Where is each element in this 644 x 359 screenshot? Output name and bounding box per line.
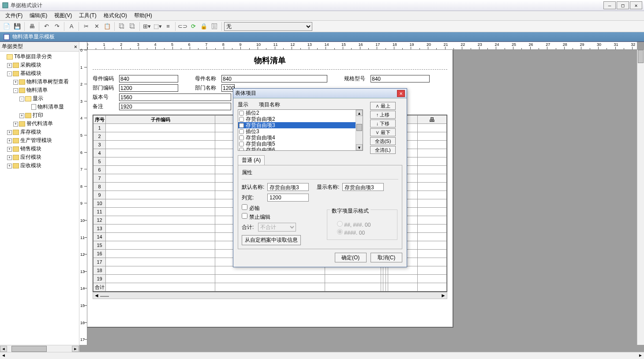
dialog-close-button[interactable]: × [397,90,405,97]
grid-cell[interactable] [106,183,215,191]
scroll-down-icon[interactable]: ▼ [356,144,363,150]
scroll-right-icon[interactable]: ► [637,352,644,359]
grid-cell[interactable] [388,266,417,275]
format-radio-1[interactable] [337,221,343,227]
grid-cell[interactable] [106,241,215,250]
menu-file[interactable]: 文件(F) [2,11,26,20]
grid-col-header[interactable]: 品 [417,116,446,124]
expand-icon[interactable]: + [7,63,12,68]
grid-row-header[interactable]: 6 [94,166,106,174]
grid-cell[interactable] [417,199,446,208]
clear-all-button[interactable]: 全清(L) [370,146,396,154]
grid-row-header[interactable]: 19 [94,275,106,283]
refresh-icon[interactable]: ⟳ [188,22,198,31]
grid-col-header[interactable]: 子件编码 [106,116,215,124]
expand-icon[interactable]: + [7,155,12,160]
display-name-input[interactable]: 存货自由项3 [342,183,384,191]
move-down-button[interactable]: ↓ 下移 [370,120,396,127]
grid-row-header[interactable]: 16 [94,250,106,258]
dialog-header[interactable]: 表体项目 × [233,89,407,98]
grid-cell[interactable] [417,157,446,166]
paste-icon[interactable]: 📋 [102,22,112,31]
grid-cell[interactable] [106,132,215,141]
grid-cell[interactable] [106,157,215,166]
grid-cell[interactable] [417,275,446,283]
tree-item[interactable]: +销售模块 [1,145,78,153]
scroll-thumb[interactable] [11,346,47,352]
grid-cell[interactable] [106,141,215,149]
maximize-button[interactable]: □ [617,1,629,9]
grid-cell[interactable] [417,224,446,233]
forbid-edit-checkbox[interactable] [242,213,247,219]
grid-row-header[interactable]: 4 [94,149,106,157]
list-item-checkbox[interactable] [239,129,244,134]
grid-cell[interactable] [417,191,446,199]
grid-cell[interactable] [106,258,215,266]
menu-format[interactable]: 格式化(O) [100,11,131,20]
grid-row-header[interactable]: 13 [94,224,106,233]
undo-icon[interactable]: ↶ [41,22,51,31]
list-item-checkbox[interactable] [239,148,244,151]
cancel-button[interactable]: 取消(C) [371,253,402,262]
scroll-thumb[interactable] [100,296,109,297]
minimize-button[interactable]: — [603,1,616,9]
expand-icon[interactable]: - [7,71,12,76]
grid-cell[interactable] [417,233,446,241]
grid-hscroll[interactable]: ◄ ► [93,292,447,299]
colwidth-input[interactable]: 1200 [267,194,309,202]
delete-icon[interactable]: ✕ [92,22,101,31]
grid-cell[interactable] [417,183,446,191]
grid-cell[interactable] [215,266,325,275]
listbox-vscroll[interactable]: ▲ ▼ [356,110,363,150]
grid-cell[interactable] [417,208,446,216]
field-母件编码[interactable]: 840 [119,75,178,82]
tree-item[interactable]: -基础模块 [1,69,78,78]
grid-row-header[interactable]: 10 [94,199,106,208]
grid-cell[interactable] [388,275,417,283]
read-from-archive-button[interactable]: 从自定档案中读取信息 [242,235,301,245]
list-item[interactable]: 存货自由项6 [238,147,356,150]
move-up-button[interactable]: ↑ 上移 [370,111,396,119]
grid-row-header[interactable]: 12 [94,216,106,224]
tree-item[interactable]: +应付模块 [1,153,78,161]
field-备注[interactable]: 1920 [119,103,231,110]
tree-item[interactable]: 物料清单显 [1,103,78,111]
field-部门编码[interactable]: 1200 [119,84,178,92]
grid-cell[interactable] [417,149,446,157]
move-top-button[interactable]: ∧ 最上 [370,102,396,110]
expand-icon[interactable]: + [7,138,12,143]
grid-cell[interactable] [106,250,215,258]
expand-icon[interactable]: + [7,147,12,152]
sidebar-close-icon[interactable]: × [74,44,77,50]
sidebar-hscroll[interactable]: ◄ ► [0,345,79,352]
new-icon[interactable]: 📄 [2,22,11,31]
scroll-right-icon[interactable]: ► [72,346,79,352]
expand-icon[interactable]: + [13,80,18,85]
expand-icon[interactable]: - [13,88,18,93]
grid-cell[interactable] [106,166,215,174]
layout-icon[interactable]: ⿲ [210,22,219,31]
list-item-checkbox[interactable] [239,135,244,140]
lock-icon[interactable]: 🔒 [199,22,209,31]
list-item-checkbox[interactable] [239,111,244,116]
grid-cell[interactable] [106,174,215,183]
grid-cell[interactable] [417,166,446,174]
grid-cell[interactable] [106,199,215,208]
field-母件名称[interactable]: 840 [221,75,327,82]
grid-cell[interactable] [106,216,215,224]
expand-icon[interactable]: - [19,97,24,101]
tree-item[interactable]: +应收模块 [1,161,78,170]
copy-icon[interactable]: ⿻ [117,22,127,31]
grid-cell[interactable] [417,141,446,149]
grid-cell[interactable] [106,208,215,216]
grid-cell[interactable] [417,241,446,250]
grid-cell[interactable] [325,266,381,275]
grid-cell[interactable] [106,233,215,241]
tree-item[interactable]: +采购模块 [1,61,78,69]
expand-icon[interactable]: + [7,164,12,168]
expand-icon[interactable]: + [7,130,12,135]
menu-help[interactable]: 帮助(H) [131,11,156,20]
expand-icon[interactable]: + [19,113,24,118]
close-button[interactable]: ✕ [630,1,642,9]
expand-icon[interactable]: + [13,122,18,127]
